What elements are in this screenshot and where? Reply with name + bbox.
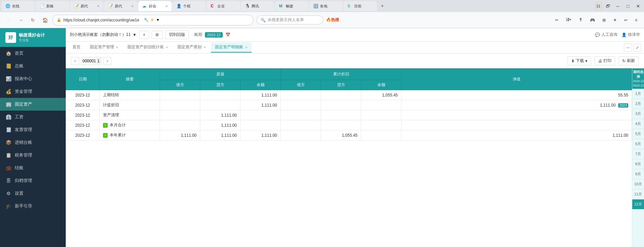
col-sub-orig-debit: 借方 [160, 80, 200, 90]
undo-icon-btn[interactable]: ↩ [622, 16, 630, 24]
browser-tab-online[interactable]: 🌐 在线 [1, 1, 35, 11]
next-page-button[interactable]: › [103, 57, 111, 65]
month-2[interactable]: 2月 [632, 99, 644, 109]
back-button[interactable]: ← [4, 15, 13, 25]
maximize-button[interactable]: □ [623, 1, 633, 11]
tab-favicon-3: 📝 [74, 4, 78, 8]
sidebar-item-tax[interactable]: 📋 税务管理 [0, 149, 66, 162]
tax-icon: 📋 [5, 152, 11, 158]
browser-tab-4[interactable]: 📝 易代 × [104, 1, 138, 11]
sidebar-item-settings[interactable]: ⚙ 设置 [0, 187, 66, 200]
print-button[interactable]: 🖨 打印 [594, 56, 615, 65]
browser-tab-6[interactable]: 👤 个税 [172, 1, 206, 11]
close-button[interactable]: ✕ [633, 1, 643, 11]
restore-button[interactable]: 🗗 [603, 1, 612, 11]
minimize-button[interactable]: ─ [613, 1, 623, 11]
tab-close-category[interactable]: × [204, 45, 206, 49]
browser-tab-11[interactable]: S 目前 [343, 1, 377, 11]
right-panel: 期间选择 2023.12 2023.12 1月 2月 3月 4月 5月 6月 7… [632, 68, 644, 247]
browser-tab-8[interactable]: 🐧 腾讯 [241, 1, 274, 11]
sidebar-item-payroll[interactable]: 👔 工资 [0, 111, 66, 123]
col-sub-orig-balance: 余额 [240, 80, 281, 90]
calendar-icon[interactable]: 📅 [225, 33, 230, 37]
month-8[interactable]: 8月 [632, 159, 644, 169]
tab-label-detail: 固定资产明细账 [215, 44, 243, 50]
sidebar-item-checkout[interactable]: 💼 结账 [0, 162, 66, 174]
search-icon: 🔍 [261, 18, 266, 22]
browser-tab-active[interactable]: ☁ 好会 × [138, 1, 172, 11]
new-tab-button[interactable]: + [378, 1, 387, 11]
sidebar-item-ledger[interactable]: 📒 总账 [0, 60, 66, 72]
translate-icon-btn[interactable]: 译• [563, 16, 574, 24]
refresh-button[interactable]: ↻ [28, 15, 38, 25]
switch-version-button[interactable]: 切到旧版 [165, 30, 189, 39]
browser-tab-7[interactable]: C 企业 [207, 1, 240, 11]
settings-gear-button[interactable]: ⚙ [152, 31, 163, 39]
tab-detail[interactable]: 固定资产明细账 × [211, 42, 251, 53]
scissor-icon-btn[interactable]: ✂ [552, 16, 561, 24]
sidebar-item-guide[interactable]: 🎓 新手引导 [0, 200, 66, 212]
tab-close-detail[interactable]: × [245, 45, 247, 49]
tab-home[interactable]: 首页 [68, 42, 85, 53]
pagination: ‹ 000001 1 › [71, 57, 111, 65]
month-9[interactable]: 9月 [632, 169, 644, 179]
download-button[interactable]: ⬇ 下载 ▾ [568, 56, 591, 65]
browser-tab-9[interactable]: M 畅捷 [275, 1, 309, 11]
browser-tab-3[interactable]: 📝 易代 × [70, 1, 103, 11]
month-12[interactable]: 12月 [632, 199, 644, 209]
tab-close-5[interactable]: × [166, 4, 168, 8]
ext-icon-2: ⚡ [150, 18, 155, 22]
tab-depreciation[interactable]: 固定资产折旧统计表 × [123, 42, 172, 53]
help-button[interactable]: 💬 人工咨询 [595, 32, 618, 38]
tab-favicon-4: 📝 [108, 4, 113, 8]
month-1[interactable]: 1月 [632, 89, 644, 99]
tab-label-4: 易代 [115, 4, 122, 9]
sidebar-item-home[interactable]: 🏠 首页 [0, 47, 66, 60]
month-6[interactable]: 6月 [632, 139, 644, 149]
brightness-icon-btn[interactable]: ☀ [610, 16, 620, 24]
table-row-3: 2023-12 资产清理 1,111.00 [66, 110, 632, 120]
menu-icon-btn[interactable]: ≡ [632, 16, 640, 24]
game-icon-btn[interactable]: 🎮 [587, 16, 598, 24]
browser-tab-new[interactable]: 📄 新账 [36, 1, 69, 11]
sidebar-item-inventory[interactable]: 📦 进销台账 [0, 136, 66, 149]
month-4[interactable]: 4月 [632, 119, 644, 129]
tab-fixed-asset-mgmt[interactable]: 固定资产管理 × [86, 42, 122, 53]
cell-date-1: 2023-12 [66, 90, 100, 100]
page-input-field[interactable]: 1 [97, 58, 100, 64]
refresh-button-toolbar[interactable]: ↻ 刷新 [619, 56, 639, 65]
tab-expand-btn[interactable]: ⤢ [633, 44, 641, 52]
reward-icon-btn[interactable]: 🎖 [576, 16, 585, 24]
browser-tab-10[interactable]: 🔢 各地 [309, 1, 343, 11]
grid-icon-btn[interactable]: ⊞ [600, 16, 608, 24]
add-account-button[interactable]: + [139, 31, 149, 39]
tab-close-4[interactable]: × [131, 4, 133, 8]
month-10[interactable]: 10月 [632, 179, 644, 189]
tab-close-depreciation[interactable]: × [166, 45, 168, 49]
month-11[interactable]: 11月 [632, 189, 644, 199]
tab-close-fixed-mgmt[interactable]: × [116, 45, 118, 49]
ext-icon-dropdown[interactable]: ▼ [156, 18, 160, 22]
address-input[interactable]: 🔒 https://cloud.chanjet.com/accounting/u… [52, 15, 254, 25]
sidebar-item-archive[interactable]: 🗄 归档管理 [0, 174, 66, 187]
month-5[interactable]: 5月 [632, 129, 644, 139]
prev-page-button[interactable]: ‹ [71, 57, 79, 65]
home-button[interactable]: 🏠 [40, 15, 50, 25]
tab-minimize-btn[interactable]: ─ [624, 44, 632, 52]
sidebar-item-funds[interactable]: 💰 资金管理 [0, 85, 66, 98]
month-7[interactable]: 7月 [632, 149, 644, 159]
sidebar-item-reports[interactable]: 📊 报表中心 [0, 72, 66, 85]
company-dropdown-icon[interactable]: ▼ [132, 33, 137, 37]
tab-close-3[interactable]: × [97, 4, 99, 8]
month-3[interactable]: 3月 [632, 109, 644, 119]
user-button[interactable]: 👤 徐泽华 [622, 32, 640, 38]
forward-button[interactable]: → [16, 15, 25, 25]
tab-category[interactable]: 固定资产类别 × [173, 42, 210, 53]
sidebar-label-funds: 资金管理 [15, 88, 32, 95]
hot-search-label[interactable]: 🔥热搜 [326, 17, 339, 23]
sidebar-item-fixed-assets[interactable]: 🏢 固定资产 [0, 98, 66, 111]
download-dropdown-icon: ▾ [585, 59, 587, 63]
col-sub-orig-credit: 贷方 [200, 80, 240, 90]
sidebar-item-invoice[interactable]: 🧾 发票管理 [0, 123, 66, 136]
search-box[interactable]: 🔍 央视更新主持人名单 [256, 15, 323, 24]
